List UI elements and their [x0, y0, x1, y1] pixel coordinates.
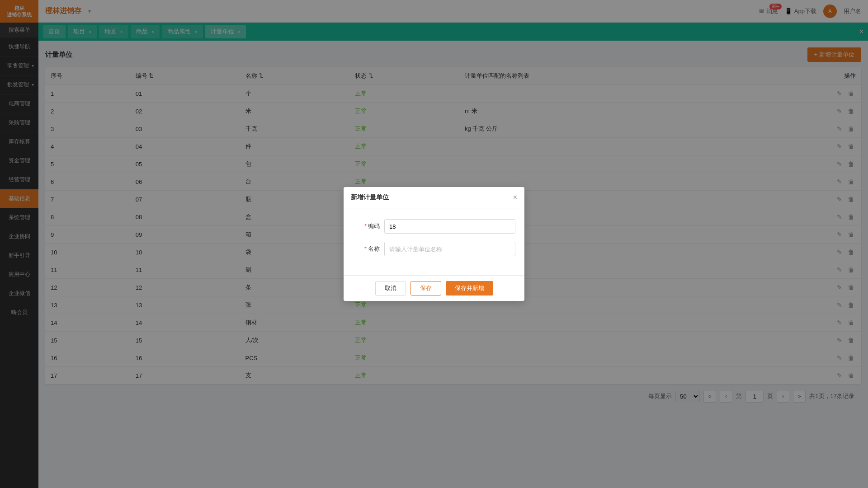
- modal-title: 新增计量单位: [351, 193, 389, 202]
- modal-overlay[interactable]: 新增计量单位 × *编码 *名称 取消 保存 保存并新增: [0, 0, 868, 488]
- required-mark-name: *: [364, 245, 367, 252]
- add-unit-modal: 新增计量单位 × *编码 *名称 取消 保存 保存并新增: [344, 187, 524, 301]
- form-item-name: *名称: [353, 242, 515, 256]
- modal-footer: 取消 保存 保存并新增: [344, 275, 524, 301]
- code-input[interactable]: [384, 219, 515, 234]
- code-label: *编码: [353, 222, 380, 230]
- modal-body: *编码 *名称: [344, 208, 524, 275]
- modal-close-button[interactable]: ×: [513, 193, 517, 202]
- save-button[interactable]: 保存: [410, 281, 441, 296]
- name-input[interactable]: [384, 242, 515, 256]
- cancel-button[interactable]: 取消: [375, 281, 406, 296]
- modal-header: 新增计量单位 ×: [344, 187, 524, 208]
- form-item-code: *编码: [353, 219, 515, 234]
- required-mark: *: [364, 223, 367, 230]
- name-label: *名称: [353, 245, 380, 253]
- save-and-new-button[interactable]: 保存并新增: [446, 281, 493, 296]
